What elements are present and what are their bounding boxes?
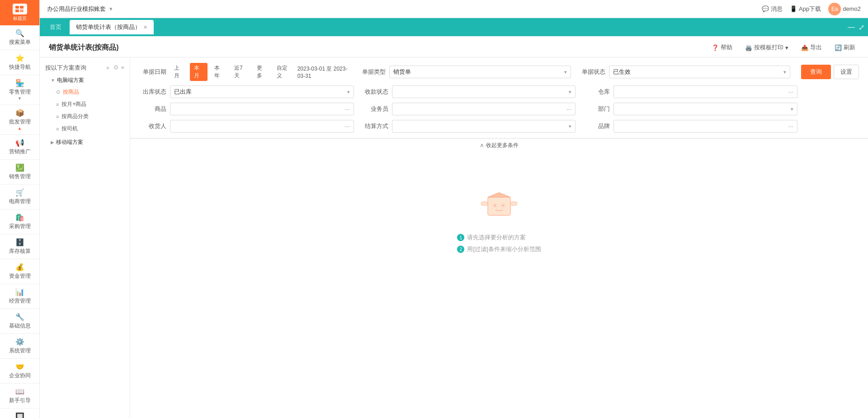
- star-icon: ⭐: [15, 54, 24, 62]
- print-button[interactable]: 🖨️ 按模板打印 ▾: [741, 42, 792, 53]
- topbar-title: 办公用品行业模拟账套: [47, 5, 106, 13]
- dept-select[interactable]: ▾: [613, 103, 797, 115]
- sidebar-item-operations[interactable]: 📊 经营管理: [0, 284, 40, 309]
- scheme-group-mobile-title[interactable]: ▶ 移动端方案: [40, 137, 130, 148]
- finance-icon: 💰: [15, 263, 24, 271]
- svg-point-11: [502, 204, 504, 206]
- svg-rect-3: [20, 10, 24, 12]
- sidebar-item-guide[interactable]: 📖 新手引导: [0, 384, 40, 408]
- date-btn-this-month[interactable]: 本月: [190, 63, 207, 81]
- scheme-item-by-month-goods[interactable]: ≡ 按月+商品: [40, 98, 130, 110]
- inventory-icon: 🗄️: [15, 238, 24, 247]
- collapse-panel-icon[interactable]: «: [121, 64, 124, 72]
- out-status-label: 出库状态: [139, 88, 166, 96]
- add-scheme-icon[interactable]: ＋: [105, 64, 111, 72]
- single-type-select[interactable]: 销货单 ▾: [389, 66, 571, 78]
- guide-icon: 📖: [15, 387, 24, 396]
- sidebar-item-enterprise[interactable]: 🤝 企业协同: [0, 359, 40, 384]
- scheme-item-by-category[interactable]: ≡ 按商品分类: [40, 110, 130, 123]
- warehouse-dots-icon[interactable]: ···: [788, 88, 793, 95]
- svg-rect-0: [15, 6, 19, 9]
- page-header: 销货单统计表(按商品) ❓ 帮助 🖨️ 按模板打印 ▾ 📤 导出 🔄 刷新: [40, 36, 868, 57]
- settings-button[interactable]: 设置: [834, 65, 859, 79]
- date-btn-7days[interactable]: 近7天: [230, 63, 250, 81]
- out-status-select[interactable]: 已出库 ▾: [170, 86, 354, 98]
- help-button[interactable]: ❓ 帮助: [708, 42, 736, 53]
- sidebar-item-ecommerce[interactable]: 🛒 电商管理: [0, 185, 40, 209]
- refresh-icon: 🔄: [835, 44, 842, 51]
- export-button[interactable]: 📤 导出: [797, 42, 826, 53]
- empty-tips: 1 请先选择要分析的方案 2 用[过滤]条件来缩小分析范围: [457, 232, 541, 255]
- logo-icon: [13, 4, 27, 14]
- scheme-group-pc-title[interactable]: ▼ 电脑端方案: [40, 75, 130, 86]
- scheme-icon-category: ≡: [56, 114, 59, 119]
- tabbar: 首页 销货单统计表（按商品） ✕ — ⤢: [40, 18, 868, 36]
- sidebar-item-wholesale[interactable]: 📦 批发管理 ▲: [0, 105, 40, 135]
- payment-method-select[interactable]: ▾: [392, 120, 576, 133]
- wholesale-icon: 📦: [15, 109, 24, 117]
- receiver-label: 收货人: [139, 122, 166, 130]
- brand-dots-icon[interactable]: ···: [788, 123, 793, 130]
- svg-rect-4: [488, 197, 510, 215]
- user-avatar[interactable]: Ea demo2: [828, 3, 861, 15]
- dept-dropdown-icon: ▾: [791, 106, 793, 112]
- collapse-more-bar[interactable]: ∧ 收起更多条件: [130, 138, 868, 152]
- topbar-dropdown[interactable]: ▾: [109, 5, 113, 12]
- sidebar-item-search[interactable]: 🔍 搜索菜单: [0, 25, 40, 50]
- receiver-select[interactable]: ···: [170, 120, 354, 133]
- sidebar-item-inventory[interactable]: 🗄️ 库存核算: [0, 234, 40, 259]
- query-area: 单据日期 上月 本月 本年 近7天 更多 自定义 2023-03-01 至 20…: [130, 57, 868, 418]
- tab-sales-stat[interactable]: 销货单统计表（按商品） ✕: [70, 20, 154, 34]
- salesperson-dots-icon[interactable]: ···: [566, 105, 572, 113]
- tab-minimize-icon[interactable]: —: [848, 23, 855, 32]
- sidebar-item-system[interactable]: ⚙️ 系统管理: [0, 334, 40, 359]
- svg-text:✦: ✦: [514, 194, 516, 197]
- scheme-group-mobile: ▶ 移动端方案: [40, 137, 130, 148]
- query-button[interactable]: 查询: [801, 65, 831, 79]
- tab-close-icon[interactable]: ✕: [143, 24, 147, 30]
- payment-status-select[interactable]: ▾: [392, 86, 576, 98]
- edit-scheme-icon[interactable]: ⊙: [113, 64, 118, 72]
- sidebar-item-finance[interactable]: 💰 资金管理: [0, 259, 40, 284]
- message-button[interactable]: 💬 消息: [762, 5, 783, 13]
- date-btn-more[interactable]: 更多: [253, 63, 270, 81]
- message-icon: 💬: [762, 5, 769, 12]
- salesperson-select[interactable]: ···: [392, 103, 576, 115]
- warehouse-select[interactable]: ···: [613, 86, 797, 98]
- purchase-icon: 🛍️: [15, 213, 24, 222]
- date-btn-this-year[interactable]: 本年: [210, 63, 227, 81]
- svg-point-10: [494, 204, 496, 206]
- tip-item-1: 1 请先选择要分析的方案: [457, 232, 541, 243]
- logo-text: 标题页: [13, 15, 27, 22]
- print-dropdown-icon[interactable]: ▾: [785, 44, 788, 51]
- scheme-item-by-cashier[interactable]: ≡ 按司机: [40, 123, 130, 135]
- retail-icon: 🏪: [15, 79, 24, 87]
- brand-label: 品牌: [583, 122, 610, 130]
- topbar: 办公用品行业模拟账套 ▾ 💬 消息 📱 App下载 Ea demo2: [40, 0, 868, 18]
- sidebar-item-basic[interactable]: 🔧 基础信息: [0, 309, 40, 334]
- date-btn-last-month[interactable]: 上月: [170, 63, 187, 81]
- scheme-item-by-goods[interactable]: ⊙ 按商品: [40, 86, 130, 98]
- sidebar-item-purchase[interactable]: 🛍️ 采购管理: [0, 209, 40, 234]
- brand-select[interactable]: ···: [613, 120, 797, 133]
- app-download-button[interactable]: 📱 App下载: [790, 5, 821, 13]
- sidebar-item-retail[interactable]: 🏪 零售管理 ▼: [0, 75, 40, 105]
- refresh-button[interactable]: 🔄 刷新: [831, 42, 859, 53]
- tab-expand-icon[interactable]: ⤢: [859, 23, 864, 32]
- goods-dots-icon[interactable]: ···: [344, 105, 350, 113]
- receiver-dots-icon[interactable]: ···: [344, 123, 350, 130]
- sidebar-item-marketing[interactable]: 📢 营销推广: [0, 135, 40, 160]
- sidebar-item-quicknav[interactable]: ⭐ 快捷导航: [0, 50, 40, 75]
- tab-home[interactable]: 首页: [43, 20, 68, 34]
- sidebar-item-appcenter[interactable]: 🔲 应用中心: [0, 408, 40, 418]
- svg-rect-2: [15, 10, 19, 12]
- single-status-select[interactable]: 已生效 ▾: [609, 66, 790, 78]
- payment-method-dropdown-icon: ▾: [569, 124, 571, 129]
- filter-panel: 按以下方案查询 ＋ ⊙ « ▼ 电脑端方案 ⊙ 按商品: [40, 57, 130, 418]
- arrow-right-icon: ▶: [51, 140, 54, 145]
- sidebar-item-sales[interactable]: 💹 销售管理: [0, 160, 40, 185]
- date-group: 上月 本月 本年 近7天 更多 自定义 2023-03-01 至 2023-03…: [170, 63, 351, 81]
- date-btn-custom[interactable]: 自定义: [273, 63, 294, 81]
- out-status-dropdown-icon: ▾: [347, 89, 350, 95]
- goods-select[interactable]: ···: [170, 103, 354, 115]
